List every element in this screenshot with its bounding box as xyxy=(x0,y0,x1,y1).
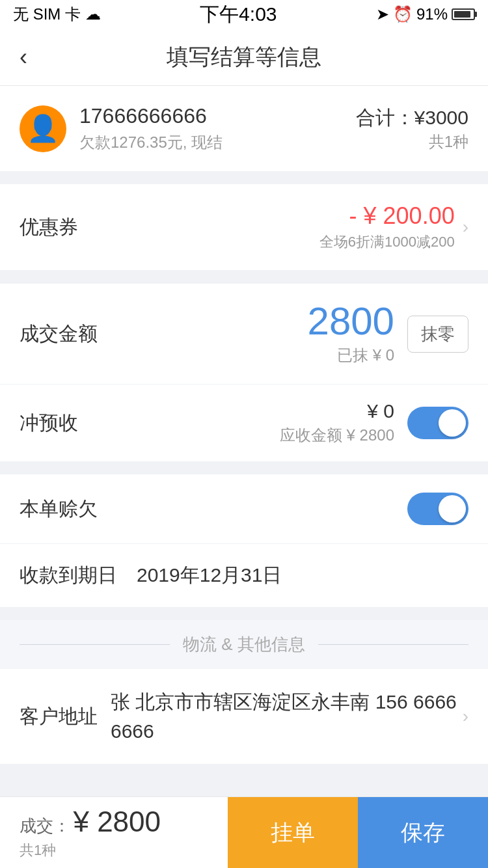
bottom-bar: 成交： ¥ 2800 共1种 挂单 保存 xyxy=(0,796,488,868)
divider-line-left xyxy=(20,644,170,645)
address-label: 客户地址 xyxy=(20,703,98,730)
prereceive-label: 冲预收 xyxy=(20,410,78,437)
deal-right: 2800 已抹 ¥ 0 抹零 xyxy=(308,302,468,366)
prereceive-amount-wrap: ¥ 0 应收金额 ¥ 2800 xyxy=(280,400,394,446)
logistics-text: 物流 & 其他信息 xyxy=(183,633,305,656)
arrears-section: 本单赊欠 xyxy=(0,474,488,543)
coupon-label: 优惠券 xyxy=(20,214,78,241)
customer-card: 👤 17666666666 欠款1276.35元, 现结 合计：¥3000 共1… xyxy=(0,86,488,171)
deal-amount-wrap: 2800 已抹 ¥ 0 xyxy=(308,302,394,366)
customer-right: 合计：¥3000 共1种 xyxy=(356,105,468,152)
deal-amount-label: 成交金额 xyxy=(20,321,98,347)
arrears-toggle[interactable] xyxy=(407,493,468,525)
erase-zero-button[interactable]: 抹零 xyxy=(407,316,468,353)
back-button[interactable]: ‹ xyxy=(20,44,27,71)
page-title: 填写结算等信息 xyxy=(167,42,321,72)
customer-debt: 欠款1276.35元, 现结 xyxy=(79,132,223,153)
save-button[interactable]: 保存 xyxy=(358,797,488,869)
deal-erased: 已抹 ¥ 0 xyxy=(308,345,394,366)
nav-bar: ‹ 填写结算等信息 xyxy=(0,29,488,86)
address-value: 张 北京市市辖区海淀区永丰南 156 6666 6666 xyxy=(111,687,463,746)
bottom-deal-label: 成交： xyxy=(20,816,70,835)
prereceive-toggle[interactable] xyxy=(407,407,468,439)
duedate-label: 收款到期日 xyxy=(20,562,117,589)
address-section[interactable]: 客户地址 张 北京市市辖区海淀区永丰南 156 6666 6666 › xyxy=(0,669,488,764)
status-time: 下午4:03 xyxy=(200,1,277,28)
section-divider-1 xyxy=(0,171,488,184)
pending-button[interactable]: 挂单 xyxy=(228,797,358,869)
coupon-amount: - ¥ 200.00 xyxy=(319,202,455,230)
bottom-deal-amount: ¥ 2800 xyxy=(73,806,161,837)
arrears-toggle-knob xyxy=(439,495,466,522)
prereceive-right: ¥ 0 应收金额 ¥ 2800 xyxy=(280,400,468,446)
prereceive-section: 冲预收 ¥ 0 应收金额 ¥ 2800 xyxy=(0,384,488,461)
duedate-section: 收款到期日 2019年12月31日 xyxy=(0,543,488,607)
customer-left: 👤 17666666666 欠款1276.35元, 现结 xyxy=(20,104,223,153)
coupon-row[interactable]: 优惠券 - ¥ 200.00 全场6折满1000减200 › xyxy=(0,184,488,271)
prereceive-receivable: 应收金额 ¥ 2800 xyxy=(280,425,394,446)
prereceive-amount: ¥ 0 xyxy=(280,400,394,422)
content-area: 👤 17666666666 欠款1276.35元, 现结 合计：¥3000 共1… xyxy=(0,86,488,868)
coupon-desc: 全场6折满1000减200 xyxy=(319,232,455,252)
address-chevron-icon: › xyxy=(463,706,468,727)
bottom-deal-count: 共1种 xyxy=(20,841,208,860)
bottom-summary: 成交： ¥ 2800 共1种 xyxy=(0,806,228,860)
section-divider-2 xyxy=(0,271,488,284)
status-left: 无 SIM 卡 ☁ xyxy=(13,4,101,25)
coupon-chevron-icon: › xyxy=(463,217,468,237)
status-right: ➤ ⏰ 91% xyxy=(376,5,475,23)
avatar: 👤 xyxy=(20,105,66,152)
divider-line-right xyxy=(318,644,468,645)
deal-amount-value: 2800 xyxy=(308,302,394,341)
coupon-right: - ¥ 200.00 全场6折满1000减200 › xyxy=(319,202,468,252)
deal-amount-section: 成交金额 2800 已抹 ¥ 0 抹零 xyxy=(0,284,488,384)
toggle-knob xyxy=(439,409,466,437)
bottom-deal-row: 成交： ¥ 2800 xyxy=(20,806,208,838)
total-count: 共1种 xyxy=(356,131,468,152)
total-amount: 合计：¥3000 xyxy=(356,105,468,131)
section-divider-3 xyxy=(0,461,488,474)
duedate-value: 2019年12月31日 xyxy=(137,562,282,589)
battery-percent: 91% xyxy=(416,5,448,23)
status-bar: 无 SIM 卡 ☁ 下午4:03 ➤ ⏰ 91% xyxy=(0,0,488,29)
location-icon: ➤ xyxy=(376,5,389,23)
customer-info: 17666666666 欠款1276.35元, 现结 xyxy=(79,104,223,153)
battery-icon xyxy=(452,8,475,20)
arrears-label: 本单赊欠 xyxy=(20,496,98,522)
alarm-icon: ⏰ xyxy=(393,5,413,23)
section-divider-4 xyxy=(0,607,488,620)
avatar-icon: 👤 xyxy=(27,113,59,144)
logistics-divider: 物流 & 其他信息 xyxy=(0,620,488,669)
customer-phone: 17666666666 xyxy=(79,104,223,128)
sim-signal: 无 SIM 卡 ☁ xyxy=(13,4,101,25)
